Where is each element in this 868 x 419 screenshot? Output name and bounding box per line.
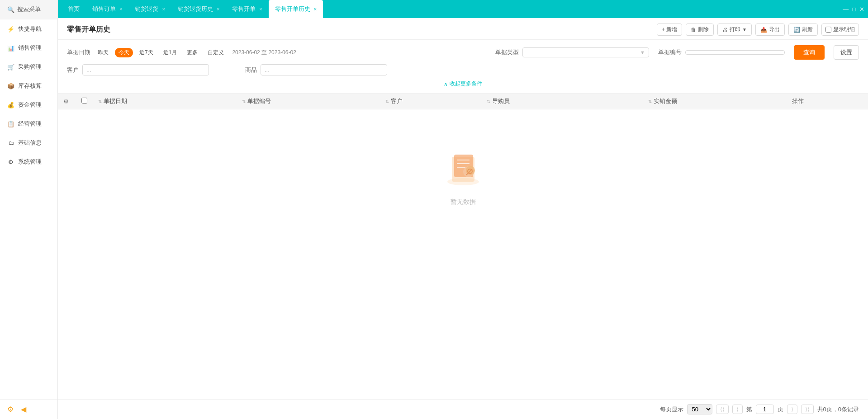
- tab-retail-open-history[interactable]: 零售开单历史 ×: [269, 0, 323, 18]
- date-option-more[interactable]: 更多: [183, 48, 201, 57]
- date-option-7days[interactable]: 近7天: [136, 48, 157, 57]
- settings-icon[interactable]: ⚙: [7, 405, 14, 414]
- customer-placeholder: ...: [86, 66, 91, 73]
- tab-sales-return-history[interactable]: 销货退货历史 ×: [171, 0, 226, 18]
- sidebar-item-label: 快捷导航: [18, 25, 42, 33]
- date-option-today[interactable]: 今天: [115, 48, 133, 57]
- th-actions: 操作: [787, 94, 868, 109]
- th-bill-date-sort-icon: ⇅: [98, 99, 102, 104]
- window-maximize-icon[interactable]: □: [852, 6, 856, 13]
- window-close-icon[interactable]: ✕: [859, 6, 864, 13]
- next-page-button[interactable]: ⟩: [787, 405, 797, 414]
- tab-sales-return[interactable]: 销货退货 ×: [128, 0, 171, 18]
- tab-retail-open[interactable]: 零售开单 ×: [226, 0, 268, 18]
- filter-row-1: 单据日期 昨天 今天 近7天 近1月 更多 自定义 2023-06-02 至 2…: [67, 45, 859, 60]
- tab-home-label: 首页: [68, 5, 80, 13]
- window-minimize-icon[interactable]: —: [843, 6, 849, 13]
- empty-state: 暂无数据: [58, 109, 868, 242]
- th-bill-date-label: 单据日期: [104, 97, 127, 105]
- first-page-icon: ⟨⟨: [720, 406, 725, 413]
- prev-page-button[interactable]: ⟨: [732, 405, 743, 414]
- page-header: 零售开单历史 + 新增 🗑 删除 🖨 打印 ▼ 📤 导出 🔄: [58, 18, 868, 40]
- th-bill-no[interactable]: ⇅ 单据编号: [237, 94, 380, 109]
- print-button[interactable]: 🖨 打印 ▼: [717, 24, 752, 36]
- sidebar-item-operations[interactable]: 📋 经营管理: [0, 114, 57, 133]
- select-all-checkbox[interactable]: [81, 98, 87, 104]
- sidebar-search-label: 搜索采单: [17, 5, 41, 14]
- th-guide[interactable]: ⇅ 导购员: [481, 94, 604, 109]
- sidebar-item-system-mgmt[interactable]: ⚙ 系统管理: [0, 152, 57, 171]
- page-number-input[interactable]: [756, 405, 774, 414]
- display-cols-toggle[interactable]: 显示明细: [821, 24, 859, 36]
- sidebar-item-quick-nav[interactable]: ⚡ 快捷导航: [0, 19, 57, 38]
- page-title: 零售开单历史: [67, 25, 110, 34]
- tab-retail-open-close[interactable]: ×: [259, 6, 262, 12]
- first-page-button[interactable]: ⟨⟨: [716, 405, 729, 414]
- export-button[interactable]: 📤 导出: [755, 24, 785, 36]
- goods-filter: 商品 ...: [245, 64, 387, 75]
- date-option-custom[interactable]: 自定义: [204, 48, 228, 57]
- sidebar-item-sales-mgmt[interactable]: 📊 销售管理: [0, 38, 57, 57]
- bill-type-dropdown-icon: ▼: [640, 50, 645, 55]
- bill-type-filter: 单据类型 ▼: [495, 47, 649, 57]
- page-area: 零售开单历史 + 新增 🗑 删除 🖨 打印 ▼ 📤 导出 🔄: [58, 18, 868, 419]
- sidebar-item-purchase-mgmt[interactable]: 🛒 采购管理: [0, 57, 57, 76]
- bill-no-input[interactable]: [685, 50, 785, 55]
- bill-type-select[interactable]: ▼: [522, 47, 649, 57]
- date-option-yesterday[interactable]: 昨天: [94, 48, 112, 57]
- display-cols-checkbox[interactable]: [825, 27, 831, 33]
- per-page-select[interactable]: 50 10 20 100: [687, 404, 712, 414]
- sidebar-item-inventory[interactable]: 📦 库存核算: [0, 76, 57, 95]
- main-content: 首页 销售订单 × 销货退货 × 销货退货历史 × 零售开单 × 零售开单历史 …: [58, 0, 868, 419]
- customer-filter: 客户 ...: [67, 64, 209, 75]
- settings-cols-icon[interactable]: ⚙: [63, 98, 69, 105]
- add-button[interactable]: + 新增: [657, 24, 682, 36]
- tab-retail-open-history-label: 零售开单历史: [275, 5, 310, 13]
- th-checkbox[interactable]: [76, 94, 93, 109]
- goods-input[interactable]: ...: [261, 64, 387, 75]
- pagination: 每页显示 50 10 20 100 ⟨⟨ ⟨ 第 页 ⟩ ⟩⟩ 共0页，0条记录: [58, 399, 868, 419]
- th-amount[interactable]: ⇅ 实销金额: [643, 94, 787, 109]
- collapse-row: ∧ 收起更多条件: [67, 80, 859, 88]
- tab-sales-return-history-label: 销货退货历史: [178, 5, 213, 13]
- sidebar-item-finance[interactable]: 💰 资金管理: [0, 95, 57, 114]
- delete-button[interactable]: 🗑 删除: [686, 24, 714, 36]
- delete-icon: 🗑: [691, 27, 696, 33]
- th-guide-sort-icon: ⇅: [487, 99, 490, 104]
- tab-sales-return-close[interactable]: ×: [162, 6, 165, 12]
- collapse-button[interactable]: ∧ 收起更多条件: [67, 80, 859, 88]
- th-spacer: [603, 94, 643, 109]
- print-label: 打印: [730, 26, 740, 33]
- bill-type-label: 单据类型: [495, 48, 519, 56]
- operations-icon: 📋: [7, 120, 14, 127]
- display-cols-label: 显示明细: [833, 26, 855, 33]
- sidebar-search[interactable]: 🔍 搜索采单: [0, 0, 57, 19]
- th-bill-date[interactable]: ⇅ 单据日期: [93, 94, 237, 109]
- filter-area: 单据日期 昨天 今天 近7天 近1月 更多 自定义 2023-06-02 至 2…: [58, 40, 868, 94]
- export-icon: 📤: [760, 27, 767, 33]
- goods-placeholder: ...: [265, 66, 270, 73]
- empty-label: 暂无数据: [451, 198, 476, 206]
- finance-icon: 💰: [7, 101, 14, 108]
- refresh-icon: 🔄: [793, 27, 800, 33]
- tab-retail-open-history-close[interactable]: ×: [314, 6, 317, 12]
- date-range-display: 2023-06-02 至 2023-06-02: [232, 49, 296, 56]
- page-suffix: 页: [778, 405, 783, 414]
- tab-home[interactable]: 首页: [62, 0, 86, 18]
- sidebar-item-label: 基础信息: [18, 139, 42, 147]
- customer-input[interactable]: ...: [82, 64, 209, 75]
- collapse-icon[interactable]: ◀: [21, 405, 26, 414]
- refresh-button[interactable]: 🔄 刷新: [788, 24, 818, 36]
- sidebar-item-basic-info[interactable]: 🗂 基础信息: [0, 133, 57, 152]
- th-bill-no-sort-icon: ⇅: [242, 99, 246, 104]
- th-customer[interactable]: ⇅ 客户: [380, 94, 481, 109]
- last-page-button[interactable]: ⟩⟩: [801, 405, 814, 414]
- th-settings[interactable]: ⚙: [58, 94, 76, 109]
- th-guide-label: 导购员: [492, 97, 510, 105]
- tab-sales-order-close[interactable]: ×: [119, 6, 122, 12]
- tab-sales-order[interactable]: 销售订单 ×: [86, 0, 128, 18]
- query-button[interactable]: 查询: [794, 45, 825, 60]
- settings-button[interactable]: 设置: [834, 45, 859, 60]
- date-option-1month[interactable]: 近1月: [160, 48, 181, 57]
- tab-sales-return-history-close[interactable]: ×: [217, 6, 219, 12]
